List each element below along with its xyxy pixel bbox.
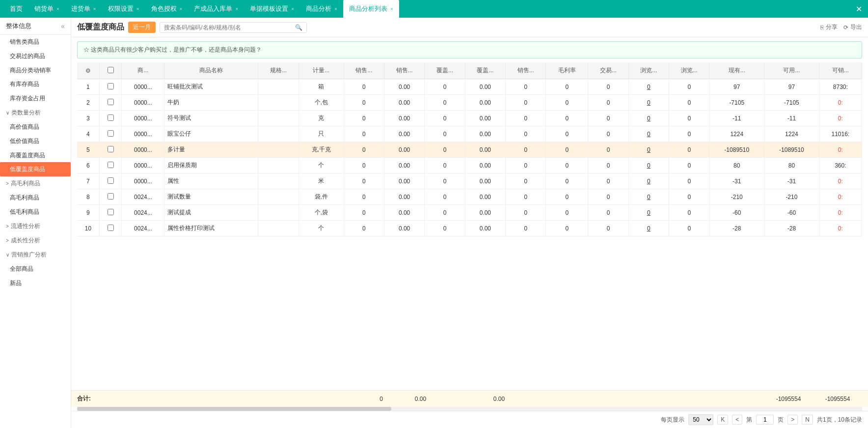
row-spec xyxy=(258,126,298,142)
row-browse1[interactable]: 0 xyxy=(628,173,669,189)
per-page-select[interactable]: 50 10 20 100 xyxy=(688,414,713,425)
sidebar-item-traded-goods[interactable]: 交易过的商品 xyxy=(0,49,71,63)
nav-permission-settings[interactable]: 权限设置 × xyxy=(102,0,145,18)
row-sales-qty: 0 xyxy=(344,95,384,111)
scrollbar-thumb[interactable] xyxy=(77,407,391,411)
sidebar-item-high-value[interactable]: 高价值商品 xyxy=(0,120,71,134)
sidebar-collapse-icon[interactable]: « xyxy=(61,22,65,30)
row-checkbox[interactable] xyxy=(99,95,122,111)
select-all-checkbox[interactable] xyxy=(108,67,114,73)
sidebar-item-new-goods[interactable]: 新品 xyxy=(0,276,71,290)
sidebar-section-high-margin[interactable]: > 高毛利商品 xyxy=(0,176,71,191)
sidebar-item-high-margin[interactable]: 高毛利商品 xyxy=(0,191,71,205)
row-checkbox[interactable] xyxy=(99,173,122,189)
row-checkbox[interactable] xyxy=(99,221,122,236)
nav-production-inbound[interactable]: 产成品入库单 × xyxy=(188,0,244,18)
row-spec xyxy=(258,173,298,189)
row-name: 符号测试 xyxy=(164,111,258,126)
search-icon[interactable]: 🔍 xyxy=(295,24,302,31)
row-cov1: 0 xyxy=(425,111,465,126)
sidebar-item-low-value[interactable]: 低价值商品 xyxy=(0,134,71,148)
sidebar-item-category-sales-rate[interactable]: 商品分类动销率 xyxy=(0,63,71,78)
row-checkbox[interactable] xyxy=(99,189,122,205)
row-avail-stock: -60 xyxy=(764,205,819,221)
next-page-button[interactable]: > xyxy=(787,415,798,425)
row-cov2: 0.00 xyxy=(465,158,505,173)
row-cov2: 0.00 xyxy=(465,142,505,158)
search-box: 🔍 xyxy=(160,22,307,33)
horizontal-scrollbar[interactable] xyxy=(77,407,862,411)
filter-recent-month-button[interactable]: 近一月 xyxy=(128,22,156,33)
close-permission-settings-icon[interactable]: × xyxy=(136,6,139,12)
nav-role-auth[interactable]: 角色授权 × xyxy=(145,0,189,18)
row-browse1[interactable]: 0 xyxy=(628,158,669,173)
last-page-button[interactable]: N xyxy=(802,415,813,425)
row-checkbox[interactable] xyxy=(99,158,122,173)
row-browse1[interactable]: 0 xyxy=(628,126,669,142)
row-checkbox[interactable] xyxy=(99,111,122,126)
close-role-auth-icon[interactable]: × xyxy=(180,6,183,12)
sidebar-item-all-goods[interactable]: 全部商品 xyxy=(0,262,71,276)
column-checkbox[interactable] xyxy=(99,62,122,79)
close-product-analysis-icon[interactable]: × xyxy=(334,6,337,12)
column-browse2: 浏览... xyxy=(669,62,709,79)
row-browse1[interactable]: 0 xyxy=(628,79,669,95)
content-header: 低覆盖度商品 近一月 🔍 ⎘ 分享 ⟳ 导出 xyxy=(71,18,868,37)
sidebar-item-high-coverage[interactable]: 高覆盖度商品 xyxy=(0,148,71,163)
data-table: ⚙ 商... 商品名称 规格... 计量... 销售... 销售... 覆盖..… xyxy=(77,62,862,236)
row-trade: 0 xyxy=(588,126,628,142)
nav-template-settings[interactable]: 单据模板设置 × xyxy=(244,0,300,18)
first-page-button[interactable]: K xyxy=(717,415,728,425)
sidebar-section-circulation[interactable]: > 流通性分析 xyxy=(0,219,71,233)
close-purchase-order-icon[interactable]: × xyxy=(93,6,96,12)
row-browse1[interactable]: 0 xyxy=(628,142,669,158)
sidebar-section-marketing[interactable]: ∨ 营销推广分析 xyxy=(0,248,71,262)
row-saleable: 0: xyxy=(819,111,862,126)
nav-sales-order[interactable]: 销货单 × xyxy=(28,0,65,18)
row-current-stock: -28 xyxy=(709,221,764,236)
prev-page-button[interactable]: < xyxy=(732,415,742,425)
close-all-icon[interactable]: ✕ xyxy=(856,4,862,14)
sidebar-section-growth[interactable]: > 成长性分析 xyxy=(0,233,71,248)
nav-product-analysis-list[interactable]: 商品分析列表 × xyxy=(343,0,399,18)
sidebar-item-low-coverage[interactable]: 低覆盖度商品 xyxy=(0,162,71,176)
close-sales-order-icon[interactable]: × xyxy=(56,6,59,12)
row-sales-amt: 0.00 xyxy=(384,126,424,142)
row-browse1[interactable]: 0 xyxy=(628,111,669,126)
row-sales-amt: 0.00 xyxy=(384,95,424,111)
row-sales-qty: 0 xyxy=(344,142,384,158)
nav-home[interactable]: 首页 xyxy=(4,0,28,18)
search-input[interactable] xyxy=(164,24,295,31)
row-checkbox[interactable] xyxy=(99,205,122,221)
row-checkbox[interactable] xyxy=(99,126,122,142)
row-avail-stock: -210 xyxy=(764,189,819,205)
close-template-settings-icon[interactable]: × xyxy=(291,6,294,12)
close-production-inbound-icon[interactable]: × xyxy=(235,6,238,12)
column-spec: 规格... xyxy=(258,62,298,79)
sidebar-item-sales-goods[interactable]: 销售类商品 xyxy=(0,35,71,49)
row-name: 启用保质期 xyxy=(164,158,258,173)
sidebar-title: 整体信息 xyxy=(6,22,31,30)
row-browse1[interactable]: 0 xyxy=(628,205,669,221)
sidebar-item-in-stock-goods[interactable]: 有库存商品 xyxy=(0,77,71,91)
sidebar-item-inventory-capital[interactable]: 库存资金占用 xyxy=(0,91,71,106)
row-browse1[interactable]: 0 xyxy=(628,95,669,111)
sidebar-section-qty-analysis[interactable]: ∨ 类数量分析 xyxy=(0,106,71,120)
nav-product-analysis[interactable]: 商品分析 × xyxy=(300,0,343,18)
page-number-input[interactable] xyxy=(756,415,774,425)
row-browse1[interactable]: 0 xyxy=(628,189,669,205)
total-sales-qty: 0 xyxy=(362,396,401,402)
export-button[interactable]: ⟳ 导出 xyxy=(843,23,862,31)
row-browse1[interactable]: 0 xyxy=(628,221,669,236)
row-saleable: 0: xyxy=(819,142,862,158)
column-settings-icon[interactable]: ⚙ xyxy=(77,62,99,79)
close-product-analysis-list-icon[interactable]: × xyxy=(390,6,393,12)
row-checkbox[interactable] xyxy=(99,142,122,158)
total-row: 合计: 0 0.00 0.00 -1095554 -1095554 xyxy=(71,390,868,407)
row-checkbox[interactable] xyxy=(99,79,122,95)
share-button[interactable]: ⎘ 分享 xyxy=(820,23,838,31)
row-saleable: 0: xyxy=(819,205,862,221)
nav-purchase-order[interactable]: 进货单 × xyxy=(65,0,102,18)
row-sales-qty: 0 xyxy=(344,189,384,205)
sidebar-item-low-margin[interactable]: 低毛利商品 xyxy=(0,205,71,219)
